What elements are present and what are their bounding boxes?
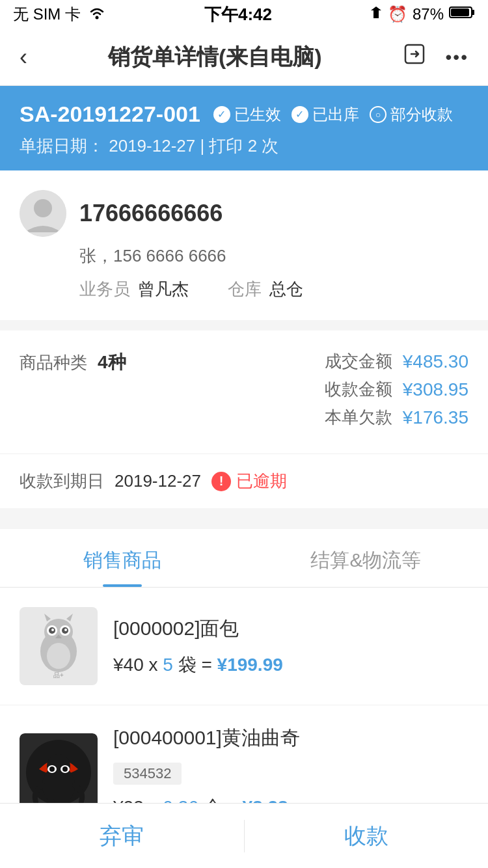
svg-point-20 — [47, 643, 70, 669]
order-date: 2019-12-27 — [109, 136, 195, 156]
warehouse: 仓库 总仓 — [228, 278, 303, 301]
due-label: 收款到期日 — [20, 470, 104, 493]
divider-1 — [0, 320, 488, 331]
received-stat: 收款金额 ¥308.95 — [325, 378, 468, 401]
avatar — [20, 190, 66, 237]
battery-icon — [449, 5, 475, 23]
product-image-1: 品+ — [20, 607, 98, 685]
tab-sales-products[interactable]: 销售商品 — [0, 529, 244, 587]
tabs-bar: 销售商品 结算&物流等 — [0, 529, 488, 588]
order-banner: SA-20191227-001 ✓ 已生效 ✓ 已出库 ○ 部分收款 单据日期：… — [0, 86, 488, 170]
status-bar: 无 SIM 卡 下午4:42 ⏰ 87% — [0, 0, 488, 29]
price-1: ¥40 — [113, 655, 144, 675]
wifi-icon — [87, 5, 107, 23]
due-date: 2019-12-27 — [115, 471, 201, 491]
status-tags: ✓ 已生效 ✓ 已出库 ○ 部分收款 — [213, 104, 453, 125]
battery-percent: 87% — [413, 5, 444, 23]
customer-top: 17666666666 — [20, 190, 468, 237]
svg-point-29 — [62, 766, 68, 772]
order-id: SA-20191227-001 — [20, 102, 200, 127]
status-tag-shipped: ✓ 已出库 — [291, 104, 359, 125]
svg-point-28 — [49, 766, 55, 772]
bottom-bar: 弃审 收款 — [0, 803, 488, 868]
stats-left: 商品种类 4种 — [20, 350, 126, 380]
amount-stat: 成交金额 ¥485.30 — [325, 350, 468, 373]
product-price-1: ¥40 x 5 袋 = ¥199.99 — [113, 653, 468, 677]
divider-2 — [0, 508, 488, 519]
svg-point-16 — [64, 629, 67, 631]
collect-payment-button[interactable]: 收款 — [245, 808, 489, 864]
warehouse-value: 总仓 — [269, 278, 303, 301]
sim-status: 无 SIM 卡 — [13, 4, 81, 25]
svg-point-6 — [34, 199, 52, 217]
amount-value: ¥485.30 — [403, 351, 468, 372]
svg-point-15 — [51, 629, 54, 631]
total-1: ¥199.99 — [217, 655, 283, 675]
customer-id: 17666666666 — [79, 200, 223, 227]
sales-person: 业务员 曾凡杰 — [79, 278, 189, 301]
product-image-2 — [20, 733, 98, 811]
more-icon[interactable]: ••• — [446, 47, 468, 68]
date-label: 单据日期： — [20, 136, 104, 156]
received-label: 收款金额 — [325, 378, 392, 401]
svg-rect-2 — [472, 10, 474, 15]
nav-actions: ••• — [403, 42, 468, 72]
unit-1: 袋 — [178, 655, 197, 675]
check-icon-1: ✓ — [213, 106, 230, 123]
customer-info: 张，156 6666 6666 — [79, 245, 468, 267]
check-icon-2: ✓ — [291, 106, 308, 123]
product-sku-2: 534532 — [113, 763, 182, 785]
status-right: ⏰ 87% — [370, 5, 475, 23]
debt-stat: 本单欠款 ¥176.35 — [325, 406, 468, 429]
svg-point-0 — [96, 16, 99, 20]
status-time: 下午4:42 — [204, 3, 272, 26]
category-stat: 商品种类 4种 — [20, 350, 126, 375]
overdue-badge: ! 已逾期 — [211, 470, 287, 493]
sales-person-value: 曾凡杰 — [138, 278, 189, 301]
debt-value: ¥176.35 — [403, 407, 468, 428]
customer-section: 17666666666 张，156 6666 6666 业务员 曾凡杰 仓库 总… — [0, 170, 488, 320]
share-icon[interactable] — [403, 42, 426, 72]
amount-label: 成交金额 — [325, 350, 392, 373]
clock-icon: ○ — [370, 106, 386, 123]
nav-bar: ‹ 销货单详情(来自电脑) ••• — [0, 29, 488, 86]
stats-grid: 商品种类 4种 成交金额 ¥485.30 收款金额 ¥308.95 本单欠款 ¥… — [20, 350, 468, 434]
received-value: ¥308.95 — [403, 379, 468, 400]
status-tag-partial: ○ 部分收款 — [370, 104, 453, 125]
svg-rect-3 — [451, 8, 469, 16]
overdue-icon: ! — [211, 472, 231, 491]
product-details-1: [0000002]面包 ¥40 x 5 袋 = ¥199.99 — [113, 616, 468, 677]
qty-1: 5 — [163, 655, 173, 675]
location-icon — [370, 5, 383, 23]
stats-section: 商品种类 4种 成交金额 ¥485.30 收款金额 ¥308.95 本单欠款 ¥… — [0, 331, 488, 454]
status-tag-effective: ✓ 已生效 — [213, 104, 281, 125]
debt-label: 本单欠款 — [325, 406, 392, 429]
warehouse-label: 仓库 — [228, 278, 262, 301]
due-section: 收款到期日 2019-12-27 ! 已逾期 — [0, 454, 488, 508]
stats-right: 成交金额 ¥485.30 收款金额 ¥308.95 本单欠款 ¥176.35 — [325, 350, 468, 434]
overdue-text: 已逾期 — [236, 470, 287, 493]
category-count: 4种 — [98, 350, 126, 375]
tabs-section: 销售商品 结算&物流等 — [0, 529, 488, 840]
tab-settlement[interactable]: 结算&物流等 — [244, 529, 488, 587]
product-name-2: [000400001]黄油曲奇 — [113, 725, 468, 752]
alarm-icon: ⏰ — [388, 5, 407, 23]
sales-label: 业务员 — [79, 278, 130, 301]
product-list: 品+ [0000002]面包 ¥40 x 5 袋 = ¥199.99 — [0, 588, 488, 840]
customer-meta: 业务员 曾凡杰 仓库 总仓 — [79, 278, 468, 301]
status-left: 无 SIM 卡 — [13, 4, 107, 25]
list-item: 品+ [0000002]面包 ¥40 x 5 袋 = ¥199.99 — [0, 588, 488, 705]
banner-top: SA-20191227-001 ✓ 已生效 ✓ 已出库 ○ 部分收款 — [20, 102, 468, 127]
banner-date: 单据日期： 2019-12-27 | 打印 2 次 — [20, 135, 468, 157]
svg-text:品+: 品+ — [53, 671, 64, 679]
back-button[interactable]: ‹ — [20, 44, 27, 71]
cancel-review-button[interactable]: 弃审 — [0, 808, 244, 864]
print-info: | 打印 2 次 — [200, 136, 278, 156]
page-title: 销货单详情(来自电脑) — [108, 42, 322, 72]
product-name-1: [0000002]面包 — [113, 616, 468, 642]
category-label: 商品种类 — [20, 351, 87, 374]
